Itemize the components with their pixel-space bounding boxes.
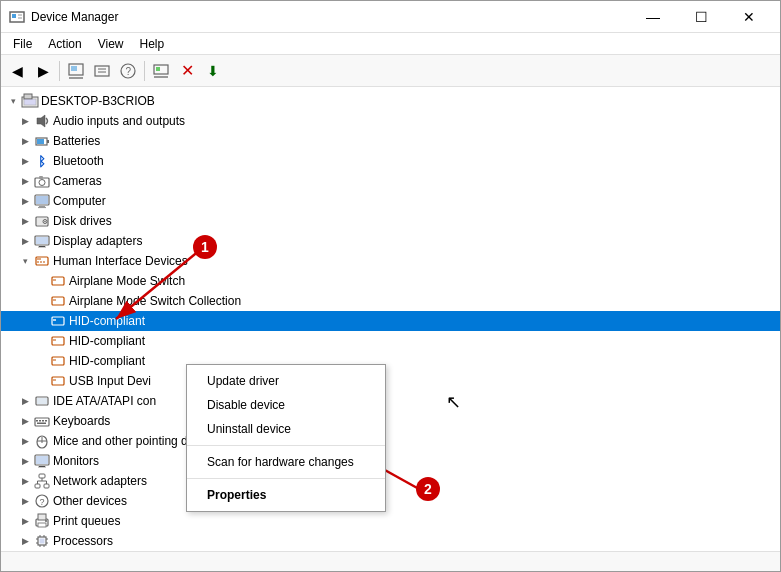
context-menu-disable[interactable]: Disable device: [187, 393, 385, 417]
batteries-label: Batteries: [53, 134, 100, 148]
svg-rect-70: [35, 484, 40, 488]
monitors-label: Monitors: [53, 454, 99, 468]
hid1-label: HID-compliant: [69, 314, 145, 328]
hid-label: Human Interface Devices: [53, 254, 188, 268]
monitors-icon: [33, 452, 51, 470]
monitors-expand-icon[interactable]: ▶: [17, 451, 33, 471]
close-button[interactable]: ✕: [726, 3, 772, 31]
tree-item-airplane-collection[interactable]: ▶ Airplane Mode Switch Collection: [1, 291, 780, 311]
toolbar-delete[interactable]: ✕: [175, 59, 199, 83]
minimize-button[interactable]: —: [630, 3, 676, 31]
ide-icon: [33, 392, 51, 410]
hid3-icon: [49, 352, 67, 370]
svg-rect-69: [39, 474, 45, 478]
tree-item-airplane-switch[interactable]: ▶ Airplane Mode Switch: [1, 271, 780, 291]
displayadapters-label: Display adapters: [53, 234, 142, 248]
tree-item-displayadapters[interactable]: ▶ Display adapters: [1, 231, 780, 251]
svg-rect-66: [36, 456, 48, 464]
computer-expand-icon[interactable]: ▶: [17, 191, 33, 211]
root-icon: [21, 92, 39, 110]
toolbar-update[interactable]: [149, 59, 173, 83]
airplane-switch-label: Airplane Mode Switch: [69, 274, 185, 288]
maximize-button[interactable]: ☐: [678, 3, 724, 31]
menu-help[interactable]: Help: [132, 35, 173, 53]
tree-root[interactable]: ▾ DESKTOP-B3CRIOB: [1, 91, 780, 111]
svg-rect-40: [40, 261, 42, 263]
computer-icon: [33, 192, 51, 210]
svg-rect-58: [39, 420, 41, 422]
airplane-switch-icon: [49, 272, 67, 290]
tree-item-network[interactable]: ▶ Network adapters: [1, 471, 780, 491]
svg-rect-26: [36, 196, 48, 204]
toolbar-help[interactable]: ?: [116, 59, 140, 83]
tree-item-processors[interactable]: ▶ Processors: [1, 531, 780, 551]
svg-rect-14: [154, 76, 168, 78]
svg-rect-24: [39, 176, 43, 179]
context-menu-uninstall[interactable]: Uninstall device: [187, 417, 385, 441]
annotation-1: 1: [193, 235, 217, 259]
diskdrives-expand-icon[interactable]: ▶: [17, 211, 33, 231]
tree-item-hid1[interactable]: ▶ HID-compliant: [1, 311, 780, 331]
print-icon: [33, 512, 51, 530]
window-title: Device Manager: [31, 10, 118, 24]
toolbar-forward[interactable]: ▶: [31, 59, 55, 83]
tree-item-other[interactable]: ▶ ? Other devices: [1, 491, 780, 511]
mice-expand-icon[interactable]: ▶: [17, 431, 33, 451]
tree-item-print[interactable]: ▶ Print queues: [1, 511, 780, 531]
root-label: DESKTOP-B3CRIOB: [41, 94, 155, 108]
context-menu-update[interactable]: Update driver: [187, 369, 385, 393]
svg-rect-21: [37, 139, 44, 144]
context-menu-scan[interactable]: Scan for hardware changes: [187, 450, 385, 474]
other-expand-icon[interactable]: ▶: [17, 491, 33, 511]
airplane-collection-icon: [49, 292, 67, 310]
network-expand-icon[interactable]: ▶: [17, 471, 33, 491]
svg-point-81: [45, 520, 47, 522]
menu-action[interactable]: Action: [40, 35, 89, 53]
tree-item-bluetooth[interactable]: ▶ ᛒ Bluetooth: [1, 151, 780, 171]
keyboards-expand-icon[interactable]: ▶: [17, 411, 33, 431]
print-expand-icon[interactable]: ▶: [17, 511, 33, 531]
window-icon: [9, 9, 25, 25]
context-menu-properties[interactable]: Properties: [187, 483, 385, 507]
tree-item-cameras[interactable]: ▶ Cameras: [1, 171, 780, 191]
tree-item-hid3[interactable]: ▶ HID-compliant: [1, 351, 780, 371]
audio-expand-icon[interactable]: ▶: [17, 111, 33, 131]
tree-item-ide[interactable]: ▶ IDE ATA/ATAPI con: [1, 391, 780, 411]
audio-icon: [33, 112, 51, 130]
svg-rect-1: [12, 14, 16, 18]
network-icon: [33, 472, 51, 490]
tree-item-keyboards[interactable]: ▶ Keyboards: [1, 411, 780, 431]
displayadapters-expand-icon[interactable]: ▶: [17, 231, 33, 251]
tree-item-hid[interactable]: ▾ Human Interface Devices: [1, 251, 780, 271]
tree-item-diskdrives[interactable]: ▶ Disk drives: [1, 211, 780, 231]
tree-item-hid2[interactable]: ▶ HID-compliant: [1, 331, 780, 351]
svg-rect-45: [53, 299, 56, 301]
toolbar-sep-2: [144, 61, 145, 81]
root-expand-icon[interactable]: ▾: [5, 91, 21, 111]
ide-expand-icon[interactable]: ▶: [17, 391, 33, 411]
tree-item-usb[interactable]: ▶ USB Input Devi: [1, 371, 780, 391]
tree-item-mice[interactable]: ▶ Mice and other pointing devices: [1, 431, 780, 451]
menu-view[interactable]: View: [90, 35, 132, 53]
tree-item-monitors[interactable]: ▶ Monitors: [1, 451, 780, 471]
tree-item-batteries[interactable]: ▶ Batteries: [1, 131, 780, 151]
toolbar-properties[interactable]: [64, 59, 88, 83]
toolbar-scan[interactable]: [90, 59, 114, 83]
svg-rect-83: [40, 539, 45, 544]
tree-item-computer[interactable]: ▶ Computer: [1, 191, 780, 211]
hid-expand-icon[interactable]: ▾: [17, 251, 33, 271]
svg-rect-3: [18, 17, 22, 19]
other-label: Other devices: [53, 494, 127, 508]
svg-rect-6: [69, 77, 83, 79]
bluetooth-expand-icon[interactable]: ▶: [17, 151, 33, 171]
toolbar-download[interactable]: ⬇: [201, 59, 225, 83]
context-menu-separator: [187, 445, 385, 446]
tree-view[interactable]: ▾ DESKTOP-B3CRIOB ▶: [1, 87, 780, 551]
menu-file[interactable]: File: [5, 35, 40, 53]
processors-expand-icon[interactable]: ▶: [17, 531, 33, 551]
tree-item-audio[interactable]: ▶ Audio inputs and outputs: [1, 111, 780, 131]
toolbar-back[interactable]: ◀: [5, 59, 29, 83]
other-icon: ?: [33, 492, 51, 510]
batteries-expand-icon[interactable]: ▶: [17, 131, 33, 151]
cameras-expand-icon[interactable]: ▶: [17, 171, 33, 191]
